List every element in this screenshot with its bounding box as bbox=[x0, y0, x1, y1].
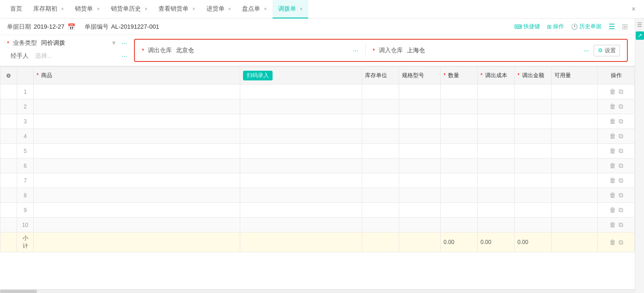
handler-value[interactable]: 选择... bbox=[35, 52, 116, 60]
row-product-10[interactable] bbox=[34, 218, 240, 232]
row-unit-4[interactable] bbox=[362, 129, 399, 144]
row-qty-6[interactable] bbox=[441, 159, 478, 173]
handler-ellipsis[interactable]: ··· bbox=[122, 52, 127, 60]
row-amount-7[interactable] bbox=[515, 173, 552, 188]
row-qty-2[interactable] bbox=[441, 99, 478, 114]
row-product-3[interactable] bbox=[34, 114, 240, 129]
row-copy-icon-9[interactable]: ⧉ bbox=[619, 206, 623, 214]
row-delete-icon-4[interactable]: 🗑 bbox=[609, 132, 616, 140]
row-product-1[interactable] bbox=[34, 85, 240, 99]
tab-home[interactable]: 首页 bbox=[5, 0, 28, 18]
tab-sales-order[interactable]: 销货单 × bbox=[69, 0, 105, 18]
row-amount-3[interactable] bbox=[515, 114, 552, 129]
row-copy-icon-4[interactable]: ⧉ bbox=[619, 132, 623, 140]
tab-transfer-order[interactable]: 调拨单 × bbox=[273, 0, 308, 18]
row-product-2[interactable] bbox=[34, 99, 240, 114]
tab-inventory-check-close[interactable]: × bbox=[264, 6, 267, 12]
row-delete-icon-1[interactable]: 🗑 bbox=[609, 88, 616, 96]
sidebar-list-icon[interactable]: ☰ bbox=[636, 21, 644, 29]
row-product-6[interactable] bbox=[34, 159, 240, 173]
business-type-dropdown[interactable]: ▼ bbox=[111, 40, 116, 46]
scan-button[interactable]: 扫码录入 bbox=[243, 71, 273, 80]
history-btn[interactable]: 🕐 历史单据 bbox=[571, 23, 601, 31]
row-amount-4[interactable] bbox=[515, 129, 552, 144]
row-cost-10[interactable] bbox=[478, 218, 515, 232]
row-unit-10[interactable] bbox=[362, 218, 399, 232]
tab-sales-order-close[interactable]: × bbox=[97, 6, 99, 12]
row-qty-3[interactable] bbox=[441, 114, 478, 129]
row-cost-4[interactable] bbox=[478, 129, 515, 144]
settings-button[interactable]: ⚙ 设置 bbox=[594, 45, 620, 56]
row-product-5[interactable] bbox=[34, 144, 240, 159]
tab-sales-history[interactable]: 销货单历史 × bbox=[105, 0, 153, 18]
row-cost-1[interactable] bbox=[478, 85, 515, 99]
row-amount-1[interactable] bbox=[515, 85, 552, 99]
row-unit-8[interactable] bbox=[362, 188, 399, 203]
row-spec-8[interactable] bbox=[399, 188, 441, 203]
subtotal-delete-icon[interactable]: 🗑 bbox=[609, 238, 616, 246]
tab-view-sales-close[interactable]: × bbox=[192, 6, 195, 12]
row-unit-7[interactable] bbox=[362, 173, 399, 188]
tab-inventory-init[interactable]: 库存期初 × bbox=[28, 0, 69, 18]
row-spec-4[interactable] bbox=[399, 129, 441, 144]
row-unit-6[interactable] bbox=[362, 159, 399, 173]
row-qty-10[interactable] bbox=[441, 218, 478, 232]
row-product-7[interactable] bbox=[34, 173, 240, 188]
tab-sales-history-close[interactable]: × bbox=[145, 6, 147, 12]
row-spec-5[interactable] bbox=[399, 144, 441, 159]
row-spec-10[interactable] bbox=[399, 218, 441, 232]
row-amount-10[interactable] bbox=[515, 218, 552, 232]
row-copy-icon-6[interactable]: ⧉ bbox=[619, 162, 623, 170]
horizontal-scrollbar[interactable] bbox=[0, 289, 635, 293]
row-delete-icon-7[interactable]: 🗑 bbox=[609, 177, 616, 184]
row-delete-icon-6[interactable]: 🗑 bbox=[609, 162, 616, 170]
row-unit-1[interactable] bbox=[362, 85, 399, 99]
row-cost-5[interactable] bbox=[478, 144, 515, 159]
row-copy-icon-1[interactable]: ⧉ bbox=[619, 88, 623, 96]
row-product-8[interactable] bbox=[34, 188, 240, 203]
tab-view-sales[interactable]: 查看销货单 × bbox=[153, 0, 200, 18]
tab-inventory-check[interactable]: 盘点单 × bbox=[237, 0, 272, 18]
row-copy-icon-7[interactable]: ⧉ bbox=[619, 177, 623, 184]
col-header-gear[interactable]: ⚙ bbox=[0, 67, 17, 85]
row-qty-9[interactable] bbox=[441, 203, 478, 218]
row-spec-6[interactable] bbox=[399, 159, 441, 173]
row-delete-icon-10[interactable]: 🗑 bbox=[609, 221, 616, 229]
row-delete-icon-2[interactable]: 🗑 bbox=[609, 103, 616, 110]
scrollbar-thumb[interactable] bbox=[0, 290, 37, 293]
row-amount-6[interactable] bbox=[515, 159, 552, 173]
subtotal-copy-icon[interactable]: ⧉ bbox=[619, 238, 623, 246]
row-copy-icon-5[interactable]: ⧉ bbox=[619, 147, 623, 155]
row-unit-3[interactable] bbox=[362, 114, 399, 129]
tab-purchase-order-close[interactable]: × bbox=[228, 6, 231, 12]
row-cost-8[interactable] bbox=[478, 188, 515, 203]
row-cost-3[interactable] bbox=[478, 114, 515, 129]
row-copy-icon-8[interactable]: ⧉ bbox=[619, 191, 623, 199]
row-unit-2[interactable] bbox=[362, 99, 399, 114]
row-copy-icon-10[interactable]: ⧉ bbox=[619, 221, 623, 229]
tab-purchase-order[interactable]: 进货单 × bbox=[201, 0, 237, 18]
business-type-ellipsis[interactable]: ··· bbox=[122, 39, 127, 47]
tab-transfer-order-close[interactable]: × bbox=[300, 6, 303, 12]
row-unit-9[interactable] bbox=[362, 203, 399, 218]
row-spec-7[interactable] bbox=[399, 173, 441, 188]
row-delete-icon-5[interactable]: 🗑 bbox=[609, 147, 616, 155]
row-cost-9[interactable] bbox=[478, 203, 515, 218]
row-spec-1[interactable] bbox=[399, 85, 441, 99]
row-spec-3[interactable] bbox=[399, 114, 441, 129]
row-qty-5[interactable] bbox=[441, 144, 478, 159]
row-spec-2[interactable] bbox=[399, 99, 441, 114]
row-qty-4[interactable] bbox=[441, 129, 478, 144]
row-product-9[interactable] bbox=[34, 203, 240, 218]
row-amount-9[interactable] bbox=[515, 203, 552, 218]
row-product-4[interactable] bbox=[34, 129, 240, 144]
row-copy-icon-2[interactable]: ⧉ bbox=[619, 103, 623, 110]
window-close-button[interactable]: × bbox=[628, 5, 639, 13]
row-spec-9[interactable] bbox=[399, 203, 441, 218]
operations-btn[interactable]: ⊞ 操作 bbox=[547, 23, 564, 31]
list-view-btn[interactable]: ☰ bbox=[608, 22, 615, 31]
tab-inventory-init-close[interactable]: × bbox=[61, 6, 64, 12]
row-cost-6[interactable] bbox=[478, 159, 515, 173]
grid-view-btn[interactable]: ⊞ bbox=[622, 22, 628, 31]
row-amount-2[interactable] bbox=[515, 99, 552, 114]
